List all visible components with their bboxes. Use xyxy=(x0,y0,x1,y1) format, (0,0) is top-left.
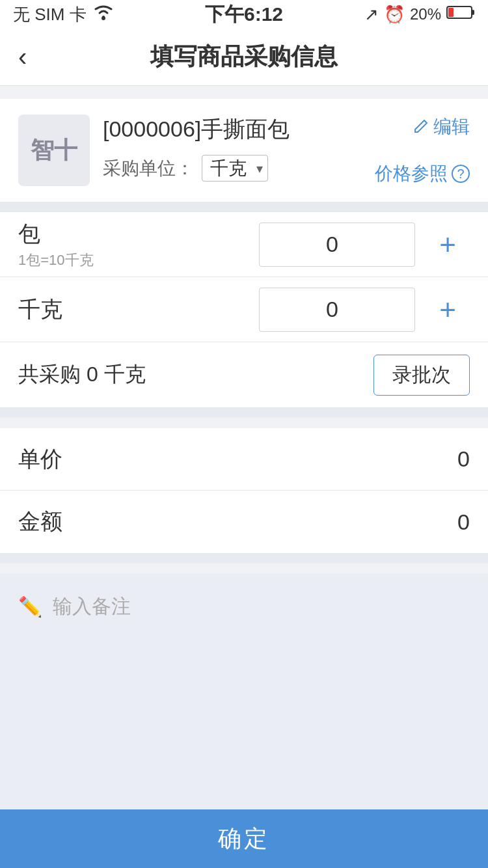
bag-label-group: 包 1包=10千克 xyxy=(18,219,96,270)
notes-placeholder: 输入备注 xyxy=(53,593,131,620)
kg-label: 千克 xyxy=(18,295,96,325)
status-right: ↗ ⏰ 20% xyxy=(364,5,475,25)
product-logo: 智十 xyxy=(31,135,77,167)
input-section: 包 1包=10千克 + 千克 + xyxy=(0,212,488,342)
kg-input-control: + xyxy=(96,288,470,332)
unit-label: 采购单位： xyxy=(103,156,194,181)
content-area xyxy=(0,639,488,821)
price-section: 单价 0 金额 0 xyxy=(0,428,488,553)
svg-point-0 xyxy=(102,16,105,20)
status-time: 下午6:12 xyxy=(205,1,283,28)
price-ref-button[interactable]: 价格参照 ? xyxy=(375,161,470,186)
kg-plus-button[interactable]: + xyxy=(426,288,470,332)
batch-button[interactable]: 录批次 xyxy=(373,355,470,396)
location-icon: ↗ xyxy=(364,5,379,25)
unit-price-row: 单价 0 xyxy=(0,428,488,491)
svg-rect-3 xyxy=(472,10,474,15)
kg-quantity-input[interactable] xyxy=(259,288,415,332)
kg-label-group: 千克 xyxy=(18,295,96,325)
amount-value: 0 xyxy=(457,509,470,535)
back-button[interactable]: ‹ xyxy=(18,42,27,72)
unit-price-label: 单价 xyxy=(18,444,62,474)
bag-label: 包 xyxy=(18,219,96,249)
amount-label: 金额 xyxy=(18,507,62,537)
status-bar: 无 SIM 卡 下午6:12 ↗ ⏰ 20% xyxy=(0,0,488,29)
price-ref-label: 价格参照 xyxy=(375,161,448,186)
section-divider-3 xyxy=(0,553,488,563)
total-text: 共采购 0 千克 xyxy=(18,360,146,389)
info-icon: ? xyxy=(452,165,470,183)
bag-input-control: + xyxy=(96,223,470,267)
status-left: 无 SIM 卡 xyxy=(13,3,115,26)
unit-select-wrapper[interactable]: 千克 ▾ xyxy=(202,155,268,182)
svg-rect-2 xyxy=(448,8,454,17)
alarm-icon: ⏰ xyxy=(384,5,405,25)
battery-text: 20% xyxy=(410,5,441,23)
section-divider-2 xyxy=(0,407,488,418)
unit-select[interactable]: 千克 xyxy=(202,155,268,182)
wifi-icon xyxy=(92,4,115,25)
edit-label: 编辑 xyxy=(433,115,470,139)
product-thumbnail: 智十 xyxy=(18,115,90,186)
bag-sublabel: 1包=10千克 xyxy=(18,251,96,270)
notes-section[interactable]: ✏️ 输入备注 xyxy=(0,574,488,639)
pencil-icon: ✏️ xyxy=(18,595,42,618)
bag-input-row: 包 1包=10千克 + xyxy=(0,212,488,277)
section-divider-1 xyxy=(0,202,488,212)
nav-bar: ‹ 填写商品采购信息 xyxy=(0,29,488,86)
confirm-button[interactable]: 确定 xyxy=(0,809,488,868)
total-row: 共采购 0 千克 录批次 xyxy=(0,342,488,407)
page-title: 填写商品采购信息 xyxy=(150,41,338,73)
product-card: 智十 [0000006]手撕面包 采购单位： 千克 ▾ 编辑 价格参照 ? xyxy=(0,99,488,202)
kg-input-row: 千克 + xyxy=(0,277,488,342)
unit-price-value: 0 xyxy=(457,446,470,472)
amount-row: 金额 0 xyxy=(0,491,488,553)
carrier-text: 无 SIM 卡 xyxy=(13,3,87,26)
edit-button[interactable]: 编辑 xyxy=(411,115,470,139)
bag-quantity-input[interactable] xyxy=(259,223,415,267)
battery-icon xyxy=(446,5,475,23)
bag-plus-button[interactable]: + xyxy=(426,223,470,267)
